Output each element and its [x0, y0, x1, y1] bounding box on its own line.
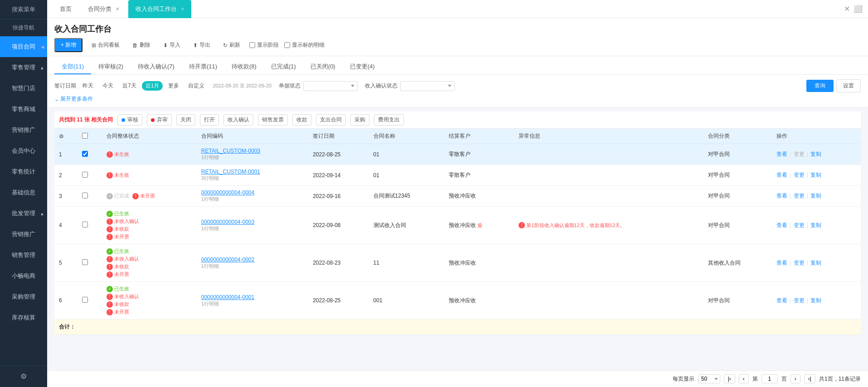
- row-checkbox[interactable]: [82, 297, 88, 303]
- edit-op-button[interactable]: 变更: [794, 222, 805, 228]
- view-op-button[interactable]: 查看: [776, 193, 787, 199]
- contract-code-link[interactable]: 0000000000004-0003: [201, 219, 254, 225]
- setting-button[interactable]: 设置: [836, 79, 861, 92]
- date-opt-yesterday[interactable]: 昨天: [79, 81, 97, 91]
- expense-contract-button[interactable]: 支出合同: [316, 114, 346, 126]
- td-check[interactable]: [78, 244, 102, 282]
- date-opt-custom[interactable]: 自定义: [184, 81, 208, 91]
- view-op-button[interactable]: 查看: [776, 222, 787, 228]
- page-input[interactable]: [761, 374, 778, 383]
- contract-code-link[interactable]: 0000000000004-0001: [201, 294, 254, 300]
- td-check[interactable]: [78, 144, 102, 165]
- sidebar-item-wholesale[interactable]: 批发管理: [0, 203, 47, 224]
- prev-page-button[interactable]: ‹: [739, 374, 749, 383]
- contract-code-link[interactable]: RETAIL_CUSTOM-0003: [201, 148, 260, 154]
- page-size-select[interactable]: 50 100 200: [698, 374, 720, 383]
- edit-op-button[interactable]: 变更: [794, 260, 805, 266]
- refresh-button[interactable]: ↻ 刷新: [219, 39, 244, 51]
- filter-tab-pending-payment[interactable]: 待收款(8): [224, 60, 264, 74]
- view-op-button[interactable]: 查看: [776, 297, 787, 304]
- sidebar-item-marketing2[interactable]: 营销推广: [0, 224, 47, 245]
- tab-contract-category[interactable]: 合同分类 ×: [81, 0, 126, 18]
- import-button[interactable]: ⬇ 导入: [160, 39, 184, 51]
- select-all-checkbox[interactable]: [82, 133, 88, 139]
- date-opt-7days[interactable]: 近7天: [119, 81, 140, 91]
- last-page-button[interactable]: ›|: [804, 374, 815, 383]
- filter-tab-pending-confirm[interactable]: 待收入确认(7): [131, 60, 182, 74]
- tab-close-workbench[interactable]: ×: [181, 6, 184, 12]
- income-confirm-button[interactable]: 收入确认: [223, 114, 253, 126]
- kanban-button[interactable]: ⊞ 合同看板: [88, 39, 123, 51]
- view-op-button[interactable]: 查看: [776, 172, 787, 178]
- date-opt-today[interactable]: 今天: [99, 81, 117, 91]
- sidebar-item-purchase[interactable]: 采购管理: [0, 286, 47, 307]
- window-maximize-button[interactable]: ⬜: [853, 5, 863, 13]
- date-opt-1month[interactable]: 近1月: [142, 81, 163, 91]
- sidebar-search[interactable]: 搜索菜单: [0, 0, 47, 19]
- open-contract-button[interactable]: 打开: [200, 114, 219, 126]
- copy-op-button[interactable]: 复制: [810, 222, 821, 228]
- copy-op-button[interactable]: 复制: [810, 151, 821, 157]
- contract-code-link[interactable]: RETAIL_CUSTOM-0001: [201, 169, 260, 175]
- show-field-checkbox[interactable]: 显示阶段: [249, 41, 279, 49]
- sidebar-item-member[interactable]: 会员中心: [0, 140, 47, 161]
- th-check[interactable]: [78, 129, 102, 144]
- contract-code-link[interactable]: 0000000000004-0002: [201, 256, 254, 263]
- tab-home[interactable]: 首页: [53, 0, 79, 18]
- view-op-button[interactable]: 查看: [776, 151, 787, 157]
- filter-tab-changed[interactable]: 已变更(4): [343, 60, 382, 74]
- copy-op-button[interactable]: 复制: [810, 193, 821, 199]
- expand-conditions-button[interactable]: ⌄ 展开更多条件: [54, 95, 861, 103]
- sidebar-item-base[interactable]: 基础信息: [0, 182, 47, 203]
- collection-button[interactable]: 收款: [292, 114, 311, 126]
- tab-contract-workbench[interactable]: 收入合同工作台 ×: [128, 0, 192, 18]
- row-checkbox[interactable]: [82, 259, 88, 265]
- sidebar-item-marketing[interactable]: 营销推广: [0, 120, 47, 140]
- td-check[interactable]: [78, 186, 102, 207]
- copy-op-button[interactable]: 复制: [810, 297, 821, 304]
- th-settings[interactable]: ⚙: [54, 129, 78, 144]
- copy-op-button[interactable]: 复制: [810, 172, 821, 178]
- purchase-button[interactable]: 采购: [350, 114, 369, 126]
- filter-tab-closed[interactable]: 已关闭(0): [303, 60, 343, 74]
- filter-tab-pending-invoice[interactable]: 待开票(11): [182, 60, 224, 74]
- show-detail-checkbox[interactable]: 显示标的明细: [284, 41, 325, 49]
- filter-tab-pending-review[interactable]: 待审核(2): [91, 60, 131, 74]
- td-check[interactable]: [78, 165, 102, 186]
- edit-op-button[interactable]: 变更: [794, 172, 805, 178]
- filter-tab-completed[interactable]: 已完成(1): [264, 60, 303, 74]
- sidebar-item-ecom[interactable]: 小畅电商: [0, 266, 47, 286]
- edit-op-button[interactable]: 变更: [794, 297, 805, 304]
- export-button[interactable]: ⬆ 导出: [189, 39, 214, 51]
- row-checkbox[interactable]: [82, 222, 88, 227]
- td-check[interactable]: [78, 207, 102, 244]
- sidebar-item-retail2[interactable]: 零售商城: [0, 99, 47, 120]
- settings-icon[interactable]: ⚙: [0, 365, 47, 387]
- sidebar-quick-nav[interactable]: 快捷导航: [0, 19, 47, 36]
- new-button[interactable]: + 新增: [54, 38, 82, 52]
- contract-code-link[interactable]: 0000000000004-0004: [201, 189, 254, 196]
- td-check[interactable]: [78, 282, 102, 319]
- receive-confirm-select[interactable]: [400, 81, 455, 91]
- sidebar-item-sales[interactable]: 销售管理: [0, 245, 47, 266]
- row-checkbox[interactable]: [82, 193, 88, 198]
- sidebar-item-retail[interactable]: 零售管理: [0, 57, 47, 78]
- search-button[interactable]: 查询: [806, 80, 834, 92]
- show-field-input[interactable]: [249, 42, 255, 48]
- close-contract-button[interactable]: 关闭: [176, 114, 195, 126]
- expense-out-button[interactable]: 费用支出: [374, 114, 404, 126]
- abandon-review-button[interactable]: 弃审: [147, 114, 172, 126]
- review-button[interactable]: 审核: [117, 114, 142, 126]
- date-opt-more[interactable]: 更多: [165, 81, 183, 91]
- delete-button[interactable]: 🗑 删除: [129, 39, 154, 51]
- edit-op-button[interactable]: 变更: [794, 193, 805, 199]
- sidebar-item-project[interactable]: 项目合同: [0, 36, 47, 57]
- next-page-button[interactable]: ›: [790, 374, 800, 383]
- sidebar-item-stock[interactable]: 库存核算: [0, 307, 47, 328]
- tab-close-category[interactable]: ×: [116, 6, 119, 12]
- first-page-button[interactable]: |‹: [724, 374, 735, 383]
- show-detail-input[interactable]: [284, 42, 290, 48]
- sidebar-item-stats[interactable]: 零售统计: [0, 161, 47, 182]
- row-checkbox[interactable]: [82, 172, 88, 178]
- row-checkbox[interactable]: [82, 151, 88, 157]
